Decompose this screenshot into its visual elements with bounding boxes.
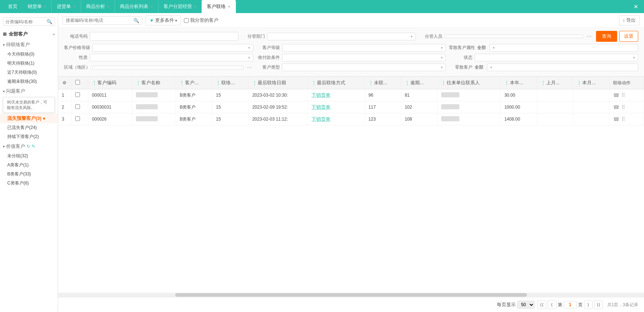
sidebar-item-churned[interactable]: 已流失客户(24) — [0, 123, 58, 132]
last-method-link[interactable]: 下销货单 — [311, 116, 330, 122]
col-unit-contact[interactable]: ⋮往来单位联系人 — [437, 77, 500, 89]
sidebar-search-input[interactable] — [5, 19, 47, 24]
col-name[interactable]: ⋮客户名称 — [132, 77, 176, 89]
action-more-icon[interactable]: ⠿ — [621, 92, 625, 98]
sidebar-item-declining[interactable]: 持续下滑客户(2) — [0, 132, 58, 141]
next-page-btn[interactable]: ⟩ — [584, 300, 593, 309]
first-page-btn[interactable]: ⟨⟨ — [538, 300, 546, 309]
customer-type-select[interactable]: ▾ — [282, 64, 446, 71]
group-pending-contact[interactable]: ▾ 待联络客户 — [0, 40, 58, 50]
col-overdue[interactable]: ⋮逾期... — [401, 77, 437, 89]
sidebar-item-ungroup[interactable]: 未分组(32) — [0, 151, 58, 161]
retail-customer-select[interactable]: ▾ — [487, 64, 638, 71]
tab-purchase[interactable]: 进货单 × — [52, 0, 81, 13]
sidebar-item-c-class[interactable]: C类客户(6) — [0, 179, 58, 188]
col-this-year[interactable]: ⋮本年... — [500, 77, 537, 89]
group-problem-customers[interactable]: ▾ 问题客户 — [0, 86, 58, 96]
per-page-select[interactable]: 50 — [517, 301, 535, 309]
col-type[interactable]: ⋮客户... — [176, 77, 212, 89]
payment-select[interactable]: ▾ — [282, 54, 446, 61]
more-conditions-btn[interactable]: ▼ 更多条件 ▾ — [145, 15, 181, 25]
last-method-link[interactable]: 下销货单 — [311, 104, 330, 110]
sidebar-search-box[interactable]: 🔍 — [3, 17, 55, 26]
sidebar-item-b-class[interactable]: B类客户(33) — [0, 170, 58, 179]
retail-attr-select[interactable]: ▾ — [490, 44, 638, 52]
my-customers-checkbox-label[interactable]: 我分管的客户 — [184, 17, 218, 24]
checkbox-column[interactable] — [71, 77, 88, 89]
col-this-month[interactable]: ⋮本月... — [573, 77, 609, 89]
row-last-method[interactable]: 下销货单 — [308, 89, 365, 101]
last-method-link[interactable]: 下销货单 — [311, 92, 330, 98]
window-close-button[interactable]: ✕ — [631, 3, 641, 10]
sidebar-item-overdue[interactable]: 逾期未联络(30) — [0, 77, 58, 86]
col-contact[interactable]: ⋮联络... — [212, 77, 249, 89]
sidebar-item-churn-warning[interactable]: 流失预警客户(3) ● — [0, 114, 58, 123]
tab-home[interactable]: 首页 — [3, 3, 23, 10]
row-checkbox[interactable] — [71, 113, 88, 125]
main-search-input[interactable] — [66, 18, 132, 23]
main-search-icon[interactable]: 🔍 — [133, 18, 139, 23]
tab-analysis[interactable]: 商品分析 × — [81, 0, 115, 13]
region-dots[interactable]: ··· — [246, 64, 253, 71]
close-sales-tab[interactable]: × — [44, 4, 46, 9]
region-select[interactable] — [92, 66, 243, 69]
col-last-method[interactable]: ⋮最后联络方式 — [308, 77, 365, 89]
gear-column[interactable]: ⚙ — [58, 77, 71, 89]
dept-select[interactable]: ▾ — [267, 33, 416, 40]
gender-select[interactable]: ▾ — [90, 54, 253, 61]
action-connect-icon[interactable]: ☎ — [613, 104, 619, 110]
prev-page-btn[interactable]: ⟨ — [548, 300, 556, 309]
export-button[interactable]: ↑ 导出 — [619, 15, 640, 25]
my-customers-checkbox[interactable] — [184, 18, 189, 23]
page-input[interactable] — [564, 301, 577, 308]
close-customer-tier-tab[interactable]: × — [194, 4, 196, 9]
row-select-checkbox[interactable] — [75, 104, 80, 109]
row-last-method[interactable]: 下销货单 — [308, 101, 365, 113]
col-last-date[interactable]: ⋮最后联络日期 — [249, 77, 308, 89]
sidebar-item-tomorrow[interactable]: 明天待联络(1) — [0, 59, 58, 68]
row-last-method[interactable]: 下销货单 — [308, 113, 365, 125]
action-more-icon[interactable]: ⠿ — [621, 116, 625, 122]
row-checkbox[interactable] — [71, 101, 88, 113]
row-index: 3 — [58, 113, 71, 125]
tab-analysis-list[interactable]: 商品分析列表 × — [115, 0, 158, 13]
edit-icon[interactable]: ✎ — [32, 144, 35, 149]
tab-sales[interactable]: 销货单 × — [23, 0, 52, 13]
horizontal-scrollbar[interactable] — [58, 293, 644, 297]
manager-select[interactable] — [444, 35, 583, 38]
row-select-checkbox[interactable] — [75, 92, 80, 97]
sidebar-item-a-class[interactable]: A类客户(1) — [0, 161, 58, 170]
close-analysis-list-tab[interactable]: × — [150, 4, 153, 9]
sidebar-item-7days[interactable]: 近7天待联络(0) — [0, 68, 58, 77]
col-code[interactable]: ⋮客户编码 — [88, 77, 132, 89]
price-level-select[interactable]: ▾ — [92, 44, 253, 52]
action-connect-icon[interactable]: ☎ — [613, 92, 619, 98]
last-page-btn[interactable]: ⟩⟩ — [594, 300, 603, 309]
phone-input[interactable] — [90, 32, 238, 41]
sidebar-item-today[interactable]: 今天待联络(0) — [0, 50, 58, 59]
settings-button[interactable]: 设置 — [619, 31, 638, 42]
tab-customer-tier[interactable]: 客户分层经营 × — [158, 0, 202, 13]
search-box[interactable]: 🔍 — [63, 16, 142, 25]
all-customers-item[interactable]: ⊞ 全部客户 « — [0, 29, 58, 40]
close-analysis-tab[interactable]: × — [107, 4, 109, 9]
status-select[interactable]: ▾ — [475, 54, 638, 61]
query-button[interactable]: 查询 — [596, 31, 617, 42]
row-select-checkbox[interactable] — [75, 116, 80, 121]
scroll-thumb[interactable] — [175, 293, 527, 297]
customer-level-select[interactable]: ▾ — [282, 44, 446, 52]
col-uncontacted[interactable]: ⋮未联... — [365, 77, 401, 89]
collapse-sidebar-icon[interactable]: « — [53, 32, 55, 36]
tab-customer-connect[interactable]: 客户联络 × — [202, 0, 236, 13]
select-all-checkbox[interactable] — [75, 80, 80, 85]
retail-customer-value: 全部 — [475, 64, 483, 70]
col-last-month[interactable]: ⋮上月... — [537, 77, 573, 89]
group-value-customers[interactable]: ▾ 价值客户 ↻ ✎ — [0, 141, 58, 151]
manager-dots[interactable]: ··· — [585, 33, 593, 40]
action-more-icon[interactable]: ⠿ — [621, 104, 625, 110]
action-connect-icon[interactable]: ☎ — [613, 116, 619, 122]
refresh-icon[interactable]: ↻ — [27, 144, 30, 149]
close-customer-connect-tab[interactable]: × — [228, 4, 230, 9]
close-purchase-tab[interactable]: × — [73, 4, 75, 9]
row-checkbox[interactable] — [71, 89, 88, 101]
